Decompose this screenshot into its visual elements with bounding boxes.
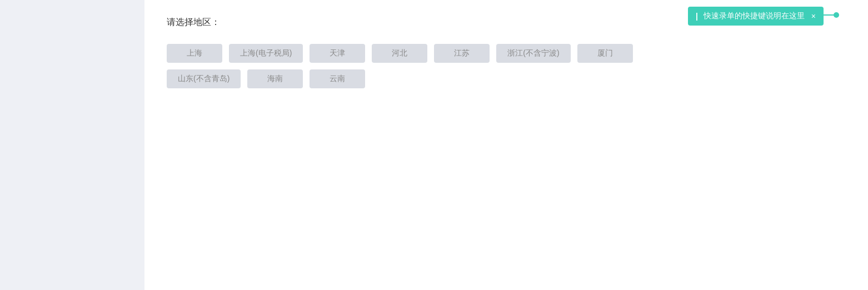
- region-btn-shandong[interactable]: 山东(不含青岛): [167, 69, 241, 88]
- region-btn-hebei[interactable]: 河北: [372, 44, 427, 63]
- region-buttons-container: 上海 上海(电子税局) 天津 河北 江苏 浙江(不含宁波) 厦门: [167, 44, 846, 63]
- tooltip-text: 快速录单的快捷键说明在这里: [704, 11, 805, 21]
- region-btn-yunnan[interactable]: 云南: [310, 69, 365, 88]
- region-btn-tianjin[interactable]: 天津: [310, 44, 365, 63]
- tooltip-banner: 快速录单的快捷键说明在这里 ×: [688, 7, 824, 26]
- sidebar: [0, 0, 144, 290]
- region-btn-hainan[interactable]: 海南: [247, 69, 303, 88]
- tooltip-close-button[interactable]: ×: [811, 12, 816, 21]
- region-btn-shanghai-etax[interactable]: 上海(电子税局): [229, 44, 303, 63]
- region-btn-shanghai[interactable]: 上海: [167, 44, 222, 63]
- tooltip-connector-dot: [834, 12, 839, 18]
- region-btn-zhejiang[interactable]: 浙江(不含宁波): [496, 44, 570, 63]
- region-btn-jiangsu[interactable]: 江苏: [434, 44, 490, 63]
- main-content: 请选择地区： 上海 上海(电子税局) 天津 河北 江苏 浙江(不含宁波) 厦门 …: [144, 0, 868, 290]
- region-buttons-row2: 山东(不含青岛) 海南 云南: [167, 69, 846, 88]
- region-btn-xiamen[interactable]: 厦门: [577, 44, 633, 63]
